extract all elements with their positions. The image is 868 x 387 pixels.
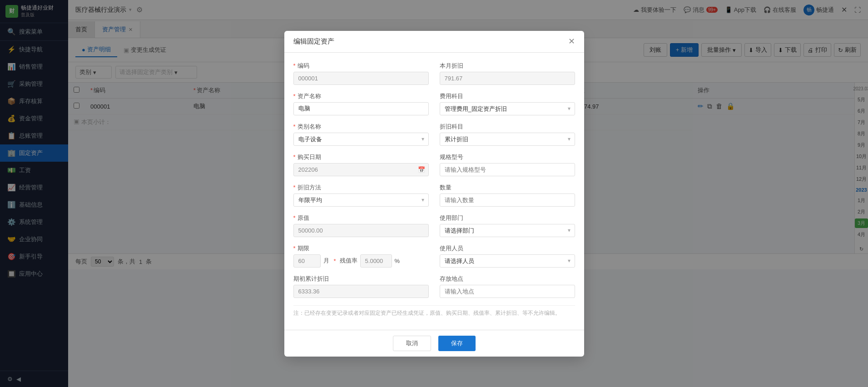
form-group-original-value: * 原值 [293, 214, 429, 237]
dep-subject-select[interactable]: 累计折旧 [440, 133, 575, 146]
form-group-use-dept: 使用部门 请选择部门 [440, 214, 575, 237]
form-row-7: * 期限 月 * 残值率 % 使用人员 [293, 244, 575, 268]
period-label: * 期限 [293, 244, 429, 253]
period-unit: 月 [323, 257, 329, 265]
calendar-icon[interactable]: 📅 [418, 166, 425, 173]
form-row-1: * 编码 本月折旧 [293, 62, 575, 85]
code-label: * 编码 [293, 62, 429, 70]
use-dept-label: 使用部门 [440, 214, 575, 222]
cancel-button[interactable]: 取消 [393, 336, 431, 351]
monthly-dep-input[interactable] [440, 72, 575, 85]
dep-method-label: * 折旧方法 [293, 184, 429, 192]
modal-close-button[interactable]: ✕ [568, 37, 575, 45]
form-row-5: * 折旧方法 年限平均 数量 [293, 184, 575, 207]
modal-hint: 注：已经存在变更记录或者对应固定资产已经生成凭证，原值、购买日期、残值率、累计折… [293, 305, 575, 321]
initial-dep-input[interactable] [293, 285, 429, 298]
spec-model-label: 规格型号 [440, 153, 575, 161]
use-dept-select-wrapper: 请选择部门 [440, 224, 575, 237]
form-row-6: * 原值 使用部门 请选择部门 [293, 214, 575, 237]
form-group-monthly-dep: 本月折旧 [440, 62, 575, 85]
purchase-date-input[interactable] [293, 163, 429, 176]
dep-subject-select-wrapper: 累计折旧 [440, 133, 575, 146]
form-group-expense-subject: 费用科目 管理费用_固定资产折旧 [440, 92, 575, 115]
residual-rate-input[interactable] [360, 254, 392, 268]
form-group-category: * 类别名称 电子设备 [293, 123, 429, 146]
form-row-4: * 购买日期 📅 规格型号 [293, 153, 575, 176]
form-row-3: * 类别名称 电子设备 折旧科目 累计折旧 [293, 123, 575, 146]
form-group-dep-method: * 折旧方法 年限平均 [293, 184, 429, 207]
period-input[interactable] [293, 254, 321, 268]
save-button[interactable]: 保存 [438, 336, 476, 351]
modal-header: 编辑固定资产 ✕ [284, 31, 584, 53]
modal-overlay: 编辑固定资产 ✕ * 编码 本月折旧 [0, 0, 868, 387]
modal-title: 编辑固定资产 [293, 37, 334, 46]
form-group-use-person: 使用人员 请选择人员 [440, 244, 575, 268]
category-name-label: * 类别名称 [293, 123, 429, 131]
form-row-2: * 资产名称 费用科目 管理费用_固定资产折旧 [293, 92, 575, 115]
dep-subject-label: 折旧科目 [440, 123, 575, 131]
form-group-asset-name: * 资产名称 [293, 92, 429, 115]
initial-dep-label: 期初累计折旧 [293, 275, 429, 283]
expense-subject-label: 费用科目 [440, 92, 575, 100]
form-group-period-residual: * 期限 月 * 残值率 % [293, 244, 429, 268]
asset-name-input[interactable] [293, 102, 429, 115]
asset-name-label: * 资产名称 [293, 92, 429, 100]
form-group-code: * 编码 [293, 62, 429, 85]
original-value-input[interactable] [293, 224, 429, 237]
use-person-label: 使用人员 [440, 244, 575, 253]
use-person-select[interactable]: 请选择人员 [440, 254, 575, 268]
spec-model-input[interactable] [440, 163, 575, 176]
monthly-dep-label: 本月折旧 [440, 62, 575, 70]
purchase-date-label: * 购买日期 [293, 153, 429, 161]
expense-subject-select-wrapper: 管理费用_固定资产折旧 [440, 102, 575, 115]
use-person-select-wrapper: 请选择人员 [440, 254, 575, 268]
form-group-location: 存放地点 [440, 275, 575, 298]
code-input[interactable] [293, 72, 429, 85]
use-dept-select[interactable]: 请选择部门 [440, 224, 575, 237]
dep-method-select[interactable]: 年限平均 [293, 194, 429, 207]
modal-body: * 编码 本月折旧 * 资产名称 [284, 53, 584, 330]
modal-footer: 取消 保存 [284, 330, 584, 357]
form-group-purchase-date: * 购买日期 📅 [293, 153, 429, 176]
form-group-initial-dep: 期初累计折旧 [293, 275, 429, 298]
residual-rate-label: 残值率 [340, 257, 357, 265]
location-label: 存放地点 [440, 275, 575, 283]
form-group-quantity: 数量 [440, 184, 575, 207]
form-row-8: 期初累计折旧 存放地点 [293, 275, 575, 298]
category-select[interactable]: 电子设备 [293, 133, 429, 146]
edit-asset-modal: 编辑固定资产 ✕ * 编码 本月折旧 [284, 31, 584, 357]
purchase-date-wrapper: 📅 [293, 163, 429, 176]
form-group-dep-subject: 折旧科目 累计折旧 [440, 123, 575, 146]
location-input[interactable] [440, 285, 575, 298]
expense-subject-select[interactable]: 管理费用_固定资产折旧 [440, 102, 575, 115]
period-residual-row: 月 * 残值率 % [293, 254, 429, 268]
dep-method-select-wrapper: 年限平均 [293, 194, 429, 207]
category-select-wrapper: 电子设备 [293, 133, 429, 146]
form-group-spec-model: 规格型号 [440, 153, 575, 176]
original-value-label: * 原值 [293, 214, 429, 222]
residual-rate-unit: % [395, 258, 400, 264]
quantity-input[interactable] [440, 194, 575, 207]
quantity-label: 数量 [440, 184, 575, 192]
